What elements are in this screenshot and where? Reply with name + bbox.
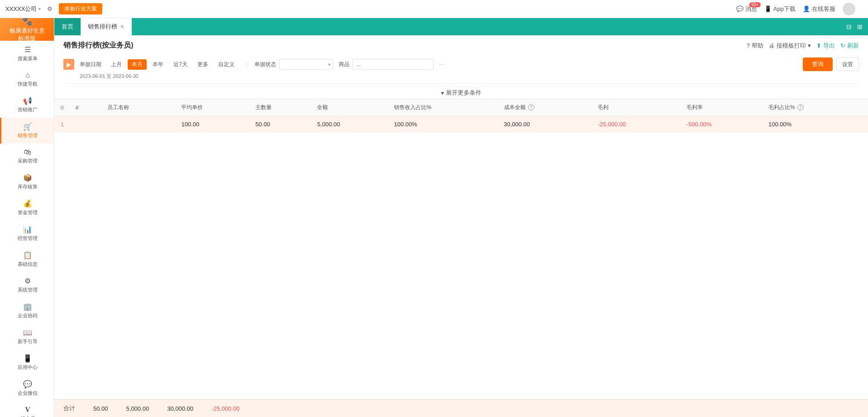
goods-search-input[interactable] bbox=[352, 59, 434, 70]
sidebar-item-finance[interactable]: 💰 资金管理 bbox=[0, 195, 54, 220]
sidebar-item-purchase[interactable]: 🛍 采购管理 bbox=[0, 144, 54, 169]
system-icon: ⚙ bbox=[24, 277, 31, 285]
app-center-icon: 📱 bbox=[23, 354, 32, 363]
export-button[interactable]: ⬆ 导出 bbox=[816, 42, 835, 50]
finance-icon: 💰 bbox=[23, 199, 32, 208]
sidebar-item-wechat[interactable]: 💬 企业微信 bbox=[0, 375, 54, 401]
sales-rank-tab-label: 销售排行榜 bbox=[88, 23, 117, 31]
expand-arrow-button[interactable]: ▶ bbox=[63, 59, 74, 70]
refresh-label: 刷新 bbox=[847, 42, 859, 50]
sidebar-item-label: 采购管理 bbox=[18, 158, 38, 164]
sidebar-item-system[interactable]: ⚙ 系统管理 bbox=[0, 272, 54, 298]
sidebar-item-label: 企业微信 bbox=[18, 390, 38, 397]
row-gross-rate: -500.00% bbox=[681, 116, 763, 133]
print-label: 按模板打印 bbox=[777, 42, 806, 50]
summary-bar: 合计 50.00 5,000.00 30,000.00 -25,000.00 bbox=[54, 399, 868, 417]
refresh-icon: ↻ bbox=[840, 42, 845, 49]
page-title-row: 销售排行榜(按业务员) ? 帮助 🖨 按模板打印 ▾ ⬆ bbox=[63, 41, 859, 50]
current-year-btn[interactable]: 本年 bbox=[149, 59, 168, 70]
sidebar: 🐾 畅康通好生意 标准版 ☰ 搜索菜单 ⌂ 快捷导航 📢 营销推广 🛒 销售管理… bbox=[0, 18, 54, 417]
expand-label: 展开更多条件 bbox=[446, 89, 481, 97]
company-selector[interactable]: XXXXX公司 ▾ bbox=[5, 5, 41, 13]
sidebar-item-member[interactable]: V 畅会员 bbox=[0, 401, 54, 417]
expand-more-button[interactable]: ▾ 展开更多条件 bbox=[441, 89, 481, 97]
sidebar-item-label: 经营管理 bbox=[18, 235, 38, 242]
row-cost: 30,000.00 bbox=[499, 116, 593, 133]
col-gross: 毛利 bbox=[592, 99, 681, 116]
help-button[interactable]: ? 帮助 bbox=[747, 42, 763, 50]
marketing-icon: 📢 bbox=[23, 96, 32, 105]
col-settings[interactable]: ⚙ bbox=[54, 99, 70, 116]
sidebar-item-label: 快捷导航 bbox=[18, 81, 38, 87]
col-qty: 主数量 bbox=[250, 99, 312, 116]
status-select[interactable] bbox=[279, 59, 333, 70]
col-sales-pct: 销售收入占比% bbox=[388, 99, 498, 116]
date-filter-buttons: 上月 本月 本年 近7天 更多 自定义 bbox=[107, 59, 239, 70]
company-name: XXXXX公司 bbox=[5, 5, 37, 13]
current-month-btn[interactable]: 本月 bbox=[128, 59, 147, 70]
window-restore-icon[interactable]: ⊞ bbox=[855, 22, 864, 31]
last-month-btn[interactable]: 上月 bbox=[107, 59, 126, 70]
logo-area: 🐾 畅康通好生意 标准版 bbox=[0, 18, 54, 41]
query-button[interactable]: 查询 bbox=[803, 58, 833, 71]
online-service-button[interactable]: 👤 在线客服 bbox=[803, 5, 835, 13]
tab-sales-rank[interactable]: 销售排行榜 ✕ bbox=[81, 18, 132, 35]
basic-info-icon: 📋 bbox=[23, 251, 32, 259]
more-date-btn[interactable]: 更多 bbox=[193, 59, 212, 70]
settings-icon[interactable]: ⚙ bbox=[44, 4, 55, 14]
more-filters-btn[interactable]: ··· bbox=[439, 61, 444, 67]
date-range-display: 2023-06-01 至 2023-06-30 bbox=[63, 73, 859, 80]
window-minimize-icon[interactable]: ⊟ bbox=[844, 22, 854, 31]
row-sales-pct: 100.00% bbox=[388, 116, 498, 133]
table-row: 1 100.00 50.00 5,000.00 100.00% 30,000.0… bbox=[54, 116, 868, 133]
last-7days-btn[interactable]: 近7天 bbox=[169, 59, 192, 70]
goods-filter-label: 商品 bbox=[339, 61, 350, 68]
export-label: 导出 bbox=[823, 42, 835, 50]
print-button[interactable]: 🖨 按模板打印 ▾ bbox=[769, 42, 811, 50]
sidebar-item-sales[interactable]: 🛒 销售管理 bbox=[0, 118, 54, 144]
logo-icon: 🐾 bbox=[10, 18, 45, 27]
tab-home[interactable]: 首页 bbox=[54, 18, 81, 35]
nav-tabs: 首页 销售排行榜 ✕ ⊟ ⊞ bbox=[54, 18, 868, 35]
sidebar-item-label: 搜索菜单 bbox=[18, 55, 38, 62]
sidebar-item-app-center[interactable]: 📱 应用中心 bbox=[0, 350, 54, 375]
sidebar-item-operations[interactable]: 📊 经营管理 bbox=[0, 220, 54, 246]
sidebar-item-enterprise[interactable]: 🏢 企业协同 bbox=[0, 298, 54, 324]
app-label: App下载 bbox=[773, 5, 796, 13]
sidebar-item-marketing[interactable]: 📢 营销推广 bbox=[0, 92, 54, 118]
cost-info-icon[interactable]: ? bbox=[528, 104, 534, 110]
sidebar-item-inventory[interactable]: 📦 库存核算 bbox=[0, 169, 54, 195]
trial-button[interactable]: 体验行业方案 bbox=[59, 3, 102, 14]
service-label: 在线客服 bbox=[812, 5, 835, 13]
message-button[interactable]: 💬 消息 99+ bbox=[736, 5, 757, 13]
help-label: 帮助 bbox=[752, 42, 763, 50]
refresh-button[interactable]: ↻ 刷新 bbox=[840, 42, 859, 50]
gross-pct-info-icon[interactable]: ? bbox=[797, 104, 804, 110]
action-buttons: 查询 设置 bbox=[803, 58, 859, 71]
export-icon: ⬆ bbox=[816, 42, 821, 49]
app-download-button[interactable]: 📱 App下载 bbox=[764, 5, 796, 13]
print-chevron: ▾ bbox=[808, 42, 811, 49]
content-area: 首页 销售排行榜 ✕ ⊟ ⊞ 销售排行榜(按业务员) ? 帮助 bbox=[54, 18, 868, 417]
row-gross: -25,000.00 bbox=[592, 116, 681, 133]
close-tab-icon[interactable]: ✕ bbox=[120, 24, 125, 30]
service-icon: 👤 bbox=[803, 5, 810, 12]
sidebar-item-guide[interactable]: 📖 新手引导 bbox=[0, 324, 54, 350]
sidebar-item-basic-info[interactable]: 📋 基础信息 bbox=[0, 246, 54, 272]
custom-date-btn[interactable]: 自定义 bbox=[214, 59, 239, 70]
sidebar-item-quick-nav[interactable]: ⌂ 快捷导航 bbox=[0, 67, 54, 92]
logo-line1: 畅康通好生意 bbox=[10, 27, 45, 35]
header-actions: ? 帮助 🖨 按模板打印 ▾ ⬆ 导出 ↻ bbox=[747, 42, 859, 50]
col-cost: 成本全额 ? bbox=[499, 99, 593, 116]
chevron-down-icon: ▾ bbox=[38, 6, 41, 11]
goods-filter: 商品 bbox=[339, 59, 434, 70]
sidebar-item-search-order[interactable]: ☰ 搜索菜单 bbox=[0, 41, 54, 67]
settings-button[interactable]: 设置 bbox=[836, 58, 859, 71]
col-amount: 全额 bbox=[312, 99, 388, 116]
table-header-row: ⚙ # 员工名称 平均单价 主数量 全额 销售收入占比% 成本全额 ? 毛利 毛… bbox=[54, 99, 868, 116]
operations-icon: 📊 bbox=[23, 225, 32, 234]
help-icon: ? bbox=[747, 42, 750, 49]
enterprise-icon: 🏢 bbox=[23, 302, 32, 311]
sidebar-item-label: 销售管理 bbox=[18, 132, 38, 139]
avatar[interactable] bbox=[843, 3, 855, 15]
